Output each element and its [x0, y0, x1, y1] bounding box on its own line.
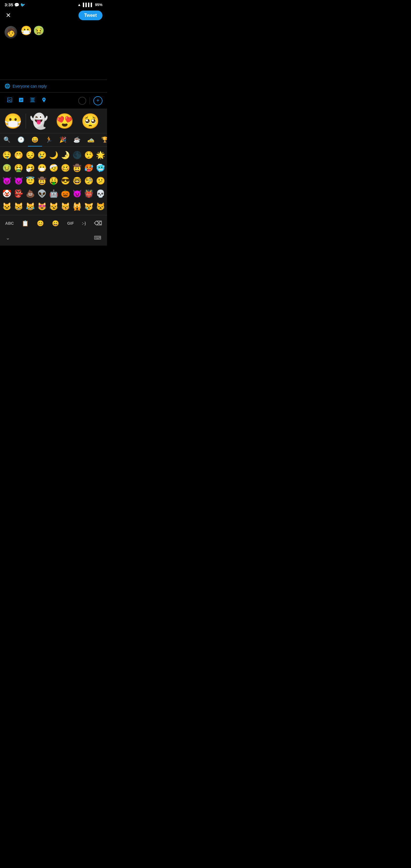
tab-travel[interactable]: 🚕: [84, 133, 98, 147]
emoji-crying-cat[interactable]: 😿: [83, 200, 94, 213]
twitter-icon: 🐦: [20, 3, 25, 7]
collapse-keyboard-button[interactable]: ⌄: [5, 234, 11, 242]
emoji-lying[interactable]: 🤥: [83, 149, 94, 161]
emoji-grinning-cat[interactable]: 😸: [13, 200, 24, 213]
compose-emoji-2: 🤢: [33, 26, 44, 35]
emoji-angry-devil[interactable]: 👿: [13, 175, 24, 187]
sticker-3[interactable]: 😍: [52, 111, 77, 131]
emoji-alien[interactable]: 👽: [36, 188, 48, 200]
tweet-button[interactable]: Tweet: [78, 10, 102, 20]
emoji-vomiting[interactable]: 🤮: [13, 162, 24, 174]
tab-objects[interactable]: 🏆: [98, 133, 107, 147]
emoji-weary-cat[interactable]: 🙀: [71, 200, 83, 213]
emoji-robot[interactable]: 🤖: [48, 188, 59, 200]
emoji-kissing-cat[interactable]: 😽: [60, 200, 71, 213]
sticker-1[interactable]: 😷: [0, 111, 26, 131]
emoji-japanese-goblin[interactable]: 👺: [13, 188, 24, 200]
emoji-first-quarter-moon[interactable]: 🌛: [60, 149, 71, 161]
emoji-drooling[interactable]: 🤤: [1, 149, 12, 161]
emoji-mask[interactable]: 😷: [36, 162, 48, 174]
status-bar: 3:35 💬 🐦 ▲ ▌▌▌▌ 95%: [0, 0, 107, 8]
emoji-cowboy[interactable]: 🤠: [71, 162, 83, 174]
emoji-sneezing[interactable]: 🤧: [25, 162, 36, 174]
emoji-new-moon[interactable]: 🌑: [71, 149, 83, 161]
emoji-crying[interactable]: 😢: [36, 149, 48, 161]
emoji-confused[interactable]: 😕: [95, 175, 106, 187]
emoji-nauseous[interactable]: 🤢: [1, 162, 12, 174]
abc-label: ABC: [5, 221, 14, 225]
backspace-button[interactable]: ⌫: [92, 218, 104, 229]
emoji-halo[interactable]: 😇: [25, 175, 36, 187]
emoji-hot[interactable]: 🥵: [83, 162, 94, 174]
emoji-cat[interactable]: 🐱: [1, 200, 12, 213]
sticker-5[interactable]: 🤩: [103, 111, 107, 131]
status-left: 3:35 💬 🐦: [5, 2, 25, 7]
emoji-pensive[interactable]: 😔: [25, 149, 36, 161]
emoji-grid: 🤤 🤭 😔 😢 🌙 🌛 🌑 🤥 🌟 🤢 🤮 🤧 😷 🤕 🥴 🤠 🥵 🥶 😈 👿 …: [0, 147, 107, 215]
emoji-woozy[interactable]: 🥴: [60, 162, 71, 174]
emoji-smiling-devil[interactable]: 😈: [1, 175, 12, 187]
emoji-money-mouth[interactable]: 🤑: [48, 175, 59, 187]
emoticon-button[interactable]: :-): [80, 219, 88, 228]
tab-food[interactable]: ☕: [70, 133, 84, 147]
emoji-skull[interactable]: 💀: [95, 188, 106, 200]
compose-header: ✕ Tweet: [0, 8, 107, 23]
location-button[interactable]: [39, 95, 49, 106]
emoji-pouting-cat[interactable]: 😾: [95, 200, 106, 213]
emoji-poop[interactable]: 💩: [25, 188, 36, 200]
sticker-2[interactable]: 👻: [26, 111, 52, 131]
emoji-heart-eyes-cat[interactable]: 😻: [36, 200, 48, 213]
emoji-sun[interactable]: 🌟: [95, 149, 106, 161]
message-icon: 💬: [14, 3, 19, 7]
reply-setting-bar[interactable]: 🌐 Everyone can reply: [0, 80, 107, 93]
tab-search[interactable]: 🔍: [0, 133, 14, 147]
toolbar-divider: [90, 97, 90, 104]
emoji-keyboard-button[interactable]: 😊: [35, 218, 46, 229]
wifi-icon: ▲: [77, 3, 81, 7]
sticker-4[interactable]: 🥺: [77, 111, 103, 131]
tab-recent[interactable]: 🕐: [14, 133, 28, 147]
add-icon: +: [96, 98, 100, 104]
emoji-cold[interactable]: 🥶: [95, 162, 106, 174]
image-button[interactable]: [5, 95, 15, 106]
tab-emoji[interactable]: 😀: [28, 133, 42, 147]
signal-icon: ▌▌▌▌: [83, 3, 93, 7]
emoji-sunglasses[interactable]: 😎: [60, 175, 71, 187]
emoticon-label: :-): [82, 221, 86, 225]
emoji-nerd[interactable]: 🤓: [71, 175, 83, 187]
emoji-cowboy-hat[interactable]: 🤠: [36, 175, 48, 187]
battery-display: 95%: [95, 3, 102, 7]
emoji-sticker-row: 😷 👻 😍 🥺 🤩: [0, 109, 107, 133]
sticker-button[interactable]: 😄: [50, 218, 61, 229]
poll-button[interactable]: [27, 95, 38, 106]
tab-activities[interactable]: 🎉: [56, 133, 70, 147]
emoji-devil-face[interactable]: 😈: [71, 188, 83, 200]
gif-keyboard-label: GIF: [67, 221, 74, 225]
emoji-hand-over-mouth[interactable]: 🤭: [13, 149, 24, 161]
reply-setting-label: Everyone can reply: [12, 84, 47, 89]
compose-content[interactable]: 😷 🤢: [21, 26, 102, 76]
compose-toolbar: +: [0, 93, 107, 109]
add-thread-button[interactable]: +: [93, 96, 102, 105]
abc-button[interactable]: ABC: [3, 219, 15, 228]
emoji-ogre[interactable]: 👹: [83, 188, 94, 200]
emoji-joy-cat[interactable]: 😹: [25, 200, 36, 213]
char-counter: [78, 97, 86, 105]
emoji-injured[interactable]: 🤕: [48, 162, 59, 174]
clipboard-button[interactable]: 📋: [20, 218, 31, 229]
tab-people[interactable]: 🏃: [42, 133, 56, 147]
avatar-column: 🧑: [5, 26, 17, 76]
switch-keyboard-button[interactable]: ⌨: [93, 234, 102, 242]
keyboard-switch-icon: ⌨: [94, 235, 101, 241]
emoji-clown[interactable]: 🤡: [1, 188, 12, 200]
compose-emoji-1: 😷: [21, 26, 32, 35]
close-button[interactable]: ✕: [5, 10, 12, 20]
emoji-smirk-cat[interactable]: 😼: [48, 200, 59, 213]
gif-keyboard-button[interactable]: GIF: [65, 219, 75, 228]
keyboard-handle-bar: ⌄ ⌨: [0, 231, 107, 246]
emoji-monocle[interactable]: 🧐: [83, 175, 94, 187]
emoji-jack-o-lantern[interactable]: 🎃: [60, 188, 71, 200]
gif-button[interactable]: [16, 95, 26, 106]
avatar: 🧑: [5, 26, 17, 38]
emoji-crescent-moon[interactable]: 🌙: [48, 149, 59, 161]
